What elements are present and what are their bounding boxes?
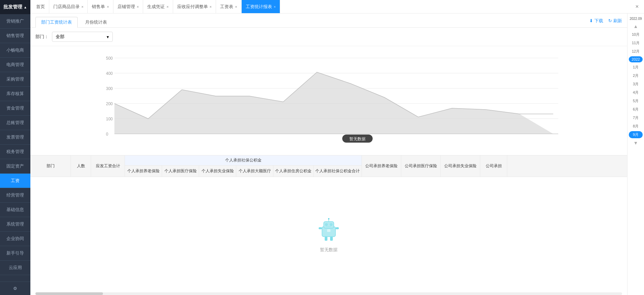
chevron-down-icon: ▾: [107, 34, 109, 39]
table-header: 部门 人数 应发工资合计 个人承担社保公积金 个人承担养老保险 个人承担医疗保险: [30, 155, 627, 177]
sidebar-item-税务管理[interactable]: 税务管理: [0, 145, 30, 159]
th-department: 部门: [30, 155, 71, 177]
timeline-down-button[interactable]: ▼: [632, 139, 640, 147]
tab-close-icon[interactable]: ×: [166, 5, 168, 9]
tab-门店商品目录[interactable]: 门店商品目录×: [49, 0, 88, 13]
timeline-item-12月[interactable]: 12月: [627, 47, 644, 56]
timeline-up-button[interactable]: ▲: [632, 22, 640, 30]
sidebar-item-经营管理[interactable]: 经营管理: [0, 188, 30, 203]
timeline-item-5月[interactable]: 5月: [627, 97, 644, 105]
chart-area: 0 100 200 300 400 500: [30, 46, 627, 155]
timeline-month-9月[interactable]: 9月: [629, 131, 642, 138]
tab-店铺管理[interactable]: 店铺管理×: [113, 0, 143, 13]
tab-close-icon[interactable]: ×: [235, 5, 237, 9]
subtab-部门工资统计表[interactable]: 部门工资统计表: [35, 17, 78, 28]
sidebar-item-云应用[interactable]: 云应用: [0, 261, 30, 275]
subtab-月份统计表[interactable]: 月份统计表: [79, 17, 113, 27]
table-scrollbar[interactable]: [35, 292, 622, 295]
th-count-label: 人数: [74, 163, 87, 169]
tab-bar: 首页门店商品目录×销售单×店铺管理×生成凭证×应收应付调整单×工资表×工资统计报…: [30, 0, 644, 13]
timeline-item-7月[interactable]: 7月: [627, 114, 644, 122]
tab-close-icon[interactable]: ×: [107, 5, 109, 9]
timeline-item-3月[interactable]: 3月: [627, 80, 644, 88]
main-area: 首页门店商品目录×销售单×店铺管理×生成凭证×应收应付调整单×工资表×工资统计报…: [30, 0, 644, 295]
tab-生成凭证[interactable]: 生成凭证×: [143, 0, 173, 13]
sidebar-item-电商管理[interactable]: 电商管理: [0, 58, 30, 72]
timeline-item-6月[interactable]: 6月: [627, 105, 644, 114]
area-chart: 0 100 200 300 400 500: [35, 50, 622, 151]
tab-bar-close-button[interactable]: ✕: [632, 4, 642, 9]
sidebar-item-系统管理[interactable]: 系统管理: [0, 217, 30, 232]
svg-text:400: 400: [106, 71, 113, 76]
th-wage-total-label: 应发工资合计: [95, 163, 121, 169]
sidebar-item-采购管理[interactable]: 采购管理: [0, 72, 30, 87]
sidebar-item-资金管理[interactable]: 资金管理: [0, 101, 30, 116]
sidebar-settings[interactable]: ⚙: [0, 282, 30, 295]
empty-text: 暂无数据: [320, 247, 338, 253]
refresh-icon: ↻: [608, 18, 612, 23]
tab-label: 销售单: [92, 4, 105, 10]
tab-工资统计报表[interactable]: 工资统计报表×: [242, 0, 280, 13]
sidebar-item-新手引导[interactable]: 新手引导: [0, 246, 30, 261]
tab-close-icon[interactable]: ×: [137, 5, 139, 9]
timeline-item-2月[interactable]: 2月: [627, 71, 644, 80]
timeline-panel: 2022.09 ▲ 10月11月12月20221月2月3月4月5月6月7月8月9…: [627, 13, 644, 295]
th-company-pension: 公司承担养老保险: [362, 155, 401, 177]
sidebar-item-销售管理[interactable]: 销售管理: [0, 29, 30, 43]
tab-label: 店铺管理: [117, 4, 135, 10]
table-empty: 暂无数据: [30, 177, 627, 292]
table-scroll-thumb[interactable]: [35, 292, 103, 295]
tab-label: 首页: [36, 4, 45, 10]
sub-tabs: 部门工资统计表月份统计表 ⬇ 下载 ↻ 刷新: [30, 13, 627, 28]
tab-label: 工资统计报表: [246, 4, 272, 10]
th-wage-total: 应发工资合计: [91, 155, 125, 177]
sidebar: 批发管理 ▲ 营销推广销售管理小畅电商电商管理采购管理库存核算资金管理总账管理发…: [0, 0, 30, 295]
th-personal-unemployment: 个人承担失业保险: [199, 166, 236, 177]
sidebar-title: 批发管理: [3, 4, 22, 10]
timeline-item-8月[interactable]: 8月: [627, 122, 644, 130]
no-data-tooltip: 暂无数据: [349, 137, 366, 141]
download-icon: ⬇: [589, 18, 593, 23]
filter-bar: 部门： 全部 ▾: [30, 28, 627, 46]
th-group-title: 个人承担社保公积金: [125, 155, 361, 166]
timeline-item-10月[interactable]: 10月: [627, 30, 644, 39]
timeline-year-2022[interactable]: 2022: [629, 56, 642, 62]
svg-rect-23: [330, 237, 333, 241]
timeline-item-1月[interactable]: 1月: [627, 63, 644, 71]
tab-工资表[interactable]: 工资表×: [216, 0, 241, 13]
tab-应收应付调整单[interactable]: 应收应付调整单×: [173, 0, 216, 13]
sidebar-item-总账管理[interactable]: 总账管理: [0, 116, 30, 130]
th-personal-medical: 个人承担医疗保险: [162, 166, 199, 177]
timeline-year-display: 2022.09: [627, 15, 644, 22]
sidebar-item-基础信息[interactable]: 基础信息: [0, 203, 30, 217]
th-group-cols: 个人承担养老保险 个人承担医疗保险 个人承担失业保险 个人承担大额医疗 个人承担…: [125, 166, 361, 177]
tab-label: 工资表: [220, 4, 233, 10]
svg-rect-26: [327, 229, 330, 232]
refresh-button[interactable]: ↻ 刷新: [608, 18, 622, 24]
sidebar-item-库存核算[interactable]: 库存核算: [0, 87, 30, 101]
th-company-unemployment: 公司承担失业保险: [441, 155, 480, 177]
th-personal-big-medical: 个人承担大额医疗: [236, 166, 273, 177]
tab-close-icon[interactable]: ×: [210, 5, 212, 9]
sidebar-items: 营销推广销售管理小畅电商电商管理采购管理库存核算资金管理总账管理发票管理税务管理…: [0, 14, 30, 275]
chart-area-fill: [114, 72, 553, 134]
sidebar-header[interactable]: 批发管理 ▲: [0, 0, 30, 14]
svg-text:0: 0: [106, 132, 108, 137]
th-personal-group: 个人承担社保公积金 个人承担养老保险 个人承担医疗保险 个人承担失业保险 个人承…: [125, 155, 362, 177]
sidebar-item-工资[interactable]: 工资: [0, 174, 30, 188]
tab-首页[interactable]: 首页: [32, 0, 49, 13]
sidebar-item-营销推广[interactable]: 营销推广: [0, 14, 30, 29]
sidebar-item-发票管理[interactable]: 发票管理: [0, 130, 30, 145]
tab-close-icon[interactable]: ×: [274, 5, 276, 9]
timeline-item-4月[interactable]: 4月: [627, 88, 644, 97]
th-company-medical: 公司承担医疗保险: [401, 155, 441, 177]
sidebar-item-企业协同[interactable]: 企业协同: [0, 232, 30, 246]
tab-close-icon[interactable]: ×: [81, 5, 83, 9]
sidebar-item-固定资产[interactable]: 固定资产: [0, 159, 30, 174]
th-personal-pension: 个人承担养老保险: [125, 166, 162, 177]
department-select[interactable]: 全部 ▾: [52, 32, 113, 42]
sidebar-item-小畅电商[interactable]: 小畅电商: [0, 43, 30, 58]
download-button[interactable]: ⬇ 下载: [589, 18, 603, 24]
tab-销售单[interactable]: 销售单×: [88, 0, 113, 13]
timeline-item-11月[interactable]: 11月: [627, 39, 644, 47]
